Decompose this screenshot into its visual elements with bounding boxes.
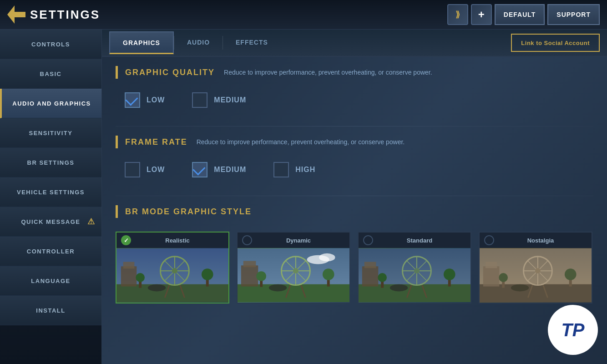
add-button[interactable]: + xyxy=(471,4,492,25)
sidebar-item-install[interactable]: INSTALL xyxy=(0,296,101,325)
style-card-standard[interactable]: Standard xyxy=(358,232,471,303)
style-card-nostalgia-img xyxy=(480,248,592,303)
sidebar-item-controls[interactable]: CONTROLS xyxy=(0,30,101,59)
rank-badge[interactable]: ⟫ xyxy=(447,4,468,25)
style-card-nostalgia-label: Nostalgia xyxy=(494,237,587,244)
svg-rect-18 xyxy=(238,284,349,302)
style-card-dynamic-label: Dynamic xyxy=(252,237,345,244)
sidebar-item-label: CONTROLLER xyxy=(27,248,75,255)
sidebar: CONTROLS BASIC AUDIO AND GRAPHICS SENSIT… xyxy=(0,30,102,364)
rank-symbol: ⟫ xyxy=(455,10,460,20)
content-body: GRAPHIC QUALITY Reduce to improve perfor… xyxy=(102,57,607,364)
sidebar-item-label: BR SETTINGS xyxy=(27,159,75,166)
svg-rect-55 xyxy=(483,266,499,286)
social-account-button[interactable]: Link to Social Account xyxy=(511,34,600,52)
sidebar-item-sensitivity[interactable]: SENSITIVITY xyxy=(0,118,101,148)
sidebar-item-audio-graphics[interactable]: AUDIO AND GRAPHICS xyxy=(0,89,101,118)
frame-rate-options: LOW MEDIUM HIGH xyxy=(116,157,593,182)
main-layout: CONTROLS BASIC AUDIO AND GRAPHICS SENSIT… xyxy=(0,30,607,364)
tab-audio[interactable]: AUDIO xyxy=(174,31,223,54)
style-card-standard-header: Standard xyxy=(359,233,470,248)
svg-rect-37 xyxy=(359,284,470,302)
style-card-realistic[interactable]: ✓ Realistic xyxy=(116,232,229,303)
svg-rect-20 xyxy=(243,261,256,268)
br-mode-title: BR MODE GRAPHIC STYLE xyxy=(125,207,252,217)
svg-rect-2 xyxy=(121,266,137,286)
graphic-quality-low-option[interactable]: LOW xyxy=(125,92,165,108)
frame-rate-high-label: HIGH xyxy=(295,166,315,174)
style-card-nostalgia[interactable]: Nostalgia xyxy=(479,232,592,303)
svg-rect-39 xyxy=(364,262,376,268)
tabs-bar: GRAPHICS AUDIO EFFECTS Link to Social Ac… xyxy=(102,30,607,57)
sidebar-item-label: QUICK MESSAGE xyxy=(21,218,80,225)
style-card-dynamic-header: Dynamic xyxy=(238,233,349,248)
frame-rate-desc: Reduce to improve performance, prevent o… xyxy=(197,138,405,146)
sidebar-item-basic[interactable]: BASIC xyxy=(0,59,101,89)
frame-rate-medium-option[interactable]: MEDIUM xyxy=(192,162,246,177)
sidebar-item-label: CONTROLS xyxy=(31,41,70,48)
tab-graphics[interactable]: GRAPHICS xyxy=(109,31,174,54)
sidebar-item-label: BASIC xyxy=(40,71,62,77)
graphic-quality-medium-option[interactable]: MEDIUM xyxy=(192,92,246,108)
sidebar-item-controller[interactable]: CONTROLLER xyxy=(0,237,101,266)
svg-point-52 xyxy=(390,284,408,292)
frame-rate-low-option[interactable]: LOW xyxy=(125,162,165,177)
svg-point-62 xyxy=(535,268,541,273)
style-card-dynamic[interactable]: Dynamic xyxy=(237,232,350,303)
frame-rate-low-label: LOW xyxy=(147,166,165,174)
svg-rect-56 xyxy=(486,262,497,268)
sidebar-item-vehicle-settings[interactable]: VEHICLE SETTINGS xyxy=(0,177,101,207)
svg-point-28 xyxy=(293,268,298,273)
style-card-dynamic-img xyxy=(238,248,349,303)
sidebar-item-br-settings[interactable]: BR SETTINGS xyxy=(0,148,101,177)
graphic-quality-section: GRAPHIC QUALITY Reduce to improve perfor… xyxy=(116,66,593,112)
svg-point-49 xyxy=(378,273,387,282)
frame-rate-medium-label: MEDIUM xyxy=(214,166,246,174)
frame-rate-low-checkbox[interactable] xyxy=(125,162,140,177)
section-indicator-2 xyxy=(116,136,118,148)
sidebar-item-label: LANGUAGE xyxy=(31,278,70,284)
br-mode-section: BR MODE GRAPHIC STYLE ✓ Realistic xyxy=(116,205,593,308)
sidebar-item-label: VEHICLE SETTINGS xyxy=(17,189,85,196)
frame-rate-section: FRAME RATE Reduce to improve performance… xyxy=(116,136,593,182)
tab-effects[interactable]: EFFECTS xyxy=(223,31,281,54)
style-card-realistic-img xyxy=(116,248,228,303)
frame-rate-high-option[interactable]: HIGH xyxy=(273,162,315,177)
graphic-quality-title: GRAPHIC QUALITY xyxy=(125,68,215,77)
svg-point-68 xyxy=(565,268,577,280)
header-right: ⟫ + DEFAULT SUPPORT xyxy=(447,4,600,25)
svg-point-22 xyxy=(319,253,335,262)
style-card-nostalgia-header: Nostalgia xyxy=(480,233,592,248)
frame-rate-title: FRAME RATE xyxy=(125,137,187,147)
svg-point-34 xyxy=(323,268,334,280)
sidebar-item-language[interactable]: LANGUAGE xyxy=(0,266,101,296)
graphic-quality-desc: Reduce to improve performance, prevent o… xyxy=(224,69,432,76)
frame-rate-header: FRAME RATE Reduce to improve performance… xyxy=(116,136,593,148)
sidebar-item-quick-message[interactable]: QUICK MESSAGE ⚠ xyxy=(0,207,101,237)
style-card-dynamic-check xyxy=(242,235,252,245)
graphic-quality-low-checkbox[interactable] xyxy=(125,92,140,108)
frame-rate-high-checkbox[interactable] xyxy=(273,162,289,177)
svg-point-16 xyxy=(148,284,166,292)
graphic-quality-medium-checkbox[interactable] xyxy=(192,92,207,108)
sidebar-item-label: SENSITIVITY xyxy=(29,130,73,136)
sidebar-item-label: INSTALL xyxy=(36,307,65,314)
graphic-quality-medium-label: MEDIUM xyxy=(214,96,246,104)
frame-rate-medium-checkbox[interactable] xyxy=(192,162,207,177)
tab-effects-label: EFFECTS xyxy=(236,39,268,46)
svg-point-15 xyxy=(202,268,213,280)
sidebar-item-label: AUDIO AND GRAPHICS xyxy=(12,100,91,107)
svg-point-13 xyxy=(136,273,145,282)
header-title: SETTINGS xyxy=(30,8,100,22)
tab-graphics-label: GRAPHICS xyxy=(123,39,160,46)
svg-rect-19 xyxy=(241,265,258,286)
default-button[interactable]: DEFAULT xyxy=(495,4,545,25)
warning-icon: ⚠ xyxy=(87,217,96,227)
graphic-quality-options: LOW MEDIUM xyxy=(116,88,593,112)
svg-point-45 xyxy=(414,268,420,273)
support-button[interactable]: SUPPORT xyxy=(547,4,600,25)
svg-point-51 xyxy=(444,268,455,280)
back-arrow-icon[interactable] xyxy=(7,5,25,24)
watermark-text: TP xyxy=(561,320,584,340)
svg-point-9 xyxy=(172,268,177,273)
